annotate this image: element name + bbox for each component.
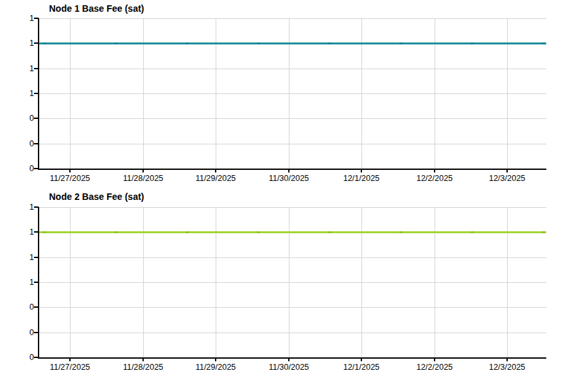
x-tick-label: 11/28/2025 [114, 362, 173, 372]
chart-title-node2: Node 2 Base Fee (sat) [49, 191, 144, 202]
y-axis-tick [34, 206, 39, 208]
x-tick-label: 12/2/2025 [405, 362, 464, 372]
x-axis-tick [434, 357, 435, 361]
gridline-vertical [70, 207, 71, 357]
gridline-horizontal [39, 257, 546, 258]
gridline-vertical [289, 207, 289, 357]
gridline-vertical [143, 207, 144, 357]
y-axis-tick [34, 282, 39, 283]
x-tick-label: 11/29/2025 [186, 362, 245, 372]
x-axis-tick [142, 357, 144, 361]
x-tick-label: 12/3/2025 [478, 362, 537, 372]
data-point-marker [328, 231, 331, 233]
gridline-horizontal [39, 282, 546, 283]
x-axis-tick [215, 357, 216, 361]
charts-panel: Node 1 Base Fee (sat) 111100011/27/20251… [0, 0, 562, 392]
chart-node2-base-fee: Node 2 Base Fee (sat) 111100011/27/20251… [0, 0, 562, 203]
y-tick-label: 1 [18, 227, 34, 237]
gridline-vertical [507, 207, 508, 357]
y-axis-tick [34, 257, 39, 258]
data-point-marker [186, 231, 189, 233]
x-tick-label: 11/27/2025 [41, 362, 99, 372]
data-point-marker [542, 231, 545, 233]
plot-area-node2: 111100011/27/202511/28/202511/29/202511/… [38, 207, 546, 359]
gridline-vertical [435, 207, 435, 357]
y-tick-label: 0 [18, 327, 34, 338]
y-tick-label: 0 [18, 352, 34, 363]
x-axis-tick [506, 357, 508, 361]
data-point-marker [43, 231, 46, 233]
y-axis-tick [34, 231, 39, 233]
y-axis-tick [34, 306, 39, 308]
gridline-horizontal [39, 307, 546, 308]
x-axis-tick [288, 357, 289, 361]
data-point-marker [399, 231, 403, 233]
y-tick-label: 1 [18, 277, 34, 287]
data-point-marker [114, 231, 118, 233]
data-point-marker [257, 231, 260, 233]
y-axis-tick [34, 332, 39, 333]
data-point-marker [471, 231, 474, 233]
gridline-vertical [361, 207, 362, 357]
y-axis-tick [34, 357, 39, 358]
x-axis-tick [361, 357, 362, 361]
x-axis-tick [69, 357, 71, 361]
y-tick-label: 1 [18, 202, 34, 212]
gridline-horizontal [39, 333, 546, 333]
y-tick-label: 1 [18, 252, 34, 263]
gridline-vertical [216, 207, 216, 357]
gridline-horizontal [39, 207, 546, 208]
x-tick-label: 12/1/2025 [332, 362, 391, 372]
x-tick-label: 11/30/2025 [259, 362, 318, 372]
y-tick-label: 0 [18, 302, 34, 312]
